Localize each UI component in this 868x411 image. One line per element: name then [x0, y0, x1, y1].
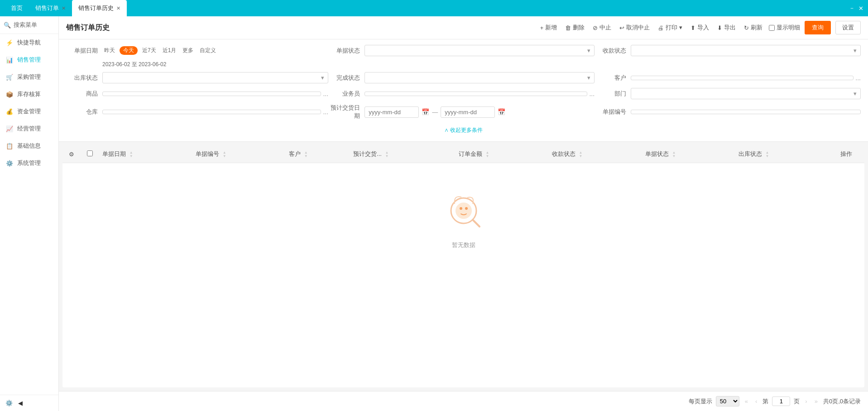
shortcut-more[interactable]: 更多 — [181, 46, 195, 55]
table-area: ⚙ 单据日期 ▲▼ 单据编号 ▲▼ 客户 ▲▼ — [62, 145, 864, 387]
sidebar-item-inventory[interactable]: 📦 库存核算 — [0, 86, 58, 103]
refresh-label: 刷新 — [751, 24, 762, 32]
sidebar-item-purchase-label: 采购管理 — [17, 73, 41, 81]
cancel-stop-label: 取消中止 — [626, 24, 650, 32]
select-all-checkbox[interactable] — [87, 150, 93, 156]
goods-control: ... — [102, 90, 328, 97]
th-date[interactable]: 单据日期 ▲▼ — [99, 145, 192, 163]
shortcut-today[interactable]: 今天 — [120, 46, 138, 55]
tab-sales-history[interactable]: 销售订单历史 ✕ — [72, 0, 127, 16]
th-settings[interactable]: ⚙ — [62, 145, 81, 163]
th-date-sort: ▲▼ — [129, 151, 133, 158]
salesman-ellipsis[interactable]: ... — [589, 90, 595, 97]
dept-filter-group: 部门 ▾ — [595, 88, 861, 99]
sidebar-item-finance[interactable]: 💰 资金管理 — [0, 103, 58, 120]
tab-sales-history-close[interactable]: ✕ — [116, 5, 120, 11]
sidebar-bottom: ⚙️ ◀ — [0, 395, 58, 411]
current-page-input[interactable] — [772, 396, 790, 406]
import-icon: ⬆ — [691, 24, 695, 31]
sidebar-search[interactable]: 🔍 搜索菜单 — [0, 16, 58, 34]
window-minimize[interactable]: － — [849, 4, 855, 12]
sidebar-item-quick-nav[interactable]: ⚡ 快捷导航 — [0, 34, 58, 51]
refresh-icon: ↻ — [744, 24, 749, 31]
sidebar-item-purchase[interactable]: 🛒 采购管理 — [0, 68, 58, 86]
last-page-btn[interactable]: » — [813, 397, 820, 406]
finance-icon: 💰 — [5, 107, 14, 116]
show-detail-checkbox[interactable] — [769, 25, 775, 31]
sidebar-collapse-icon[interactable]: ◀ — [18, 400, 23, 406]
sidebar-item-system[interactable]: ⚙️ 系统管理 — [0, 155, 58, 172]
bill-status-select[interactable]: ▾ — [364, 45, 595, 56]
shortcut-7days[interactable]: 近7天 — [140, 46, 158, 55]
export-button[interactable]: ⬇ 导出 — [715, 23, 738, 33]
cancel-stop-button[interactable]: ↩ 取消中止 — [618, 23, 652, 33]
sidebar-item-system-label: 系统管理 — [17, 159, 41, 167]
th-out-status[interactable]: 出库状态 ▲▼ — [735, 145, 828, 163]
out-stock-filter-group: 出库状态 ▾ — [66, 72, 328, 83]
sidebar-item-operation[interactable]: 📈 经营管理 — [0, 120, 58, 137]
complete-status-select[interactable]: ▾ — [364, 72, 595, 83]
complete-status-arrow: ▾ — [587, 74, 590, 81]
th-customer[interactable]: 客户 ▲▼ — [285, 145, 350, 163]
delivery-start-date[interactable] — [364, 106, 419, 118]
shortcut-yesterday[interactable]: 昨天 — [102, 46, 117, 55]
stop-button[interactable]: ⊘ 中止 — [591, 23, 613, 33]
goods-label: 商品 — [66, 90, 102, 98]
calendar-start-icon[interactable]: 📅 — [422, 108, 429, 116]
delivery-end-date[interactable] — [441, 106, 495, 118]
filter-row-4: 仓库 ... 预计交货日期 📅 — 📅 — [66, 104, 861, 120]
out-stock-label: 出库状态 — [66, 74, 102, 82]
th-amount[interactable]: 订单金额 ▲▼ — [455, 145, 548, 163]
salesman-filter-group: 业务员 ... — [328, 90, 595, 98]
page-size-select[interactable]: 10 20 50 100 — [716, 396, 739, 406]
dept-select[interactable]: ▾ — [631, 88, 861, 99]
customer-ellipsis[interactable]: ... — [855, 74, 861, 82]
basic-icon: 📋 — [5, 142, 14, 150]
th-delivery[interactable]: 预计交货... ▲▼ — [350, 145, 455, 163]
th-pay-status[interactable]: 收款状态 ▲▼ — [548, 145, 642, 163]
th-date-label: 单据日期 — [102, 150, 126, 157]
sidebar-item-quick-nav-label: 快捷导航 — [17, 39, 41, 47]
content-area: 销售订单历史 + 新增 🗑 删除 ⊘ 中止 ↩ 取消中止 — [59, 16, 868, 411]
order-no-input[interactable] — [631, 110, 861, 114]
shortcut-1month[interactable]: 近1月 — [161, 46, 178, 55]
shortcut-custom[interactable]: 自定义 — [198, 46, 218, 55]
settings-button[interactable]: 设置 — [835, 21, 861, 34]
sidebar-item-sales[interactable]: 📊 销售管理 — [0, 51, 58, 68]
calendar-end-icon[interactable]: 📅 — [498, 108, 505, 116]
tab-home[interactable]: 首页 — [5, 0, 29, 16]
tab-sales-order-close[interactable]: ✕ — [62, 5, 66, 11]
delivery-date-label: 预计交货日期 — [328, 104, 364, 120]
customer-input[interactable] — [631, 76, 854, 80]
customer-label: 客户 — [595, 74, 631, 82]
date-label: 单据日期 — [66, 47, 102, 55]
window-close[interactable]: ✕ — [858, 5, 863, 12]
import-button[interactable]: ⬆ 导入 — [689, 23, 711, 33]
collapse-bar[interactable]: ∧ 收起更多条件 — [66, 125, 861, 136]
out-stock-select[interactable]: ▾ — [102, 72, 328, 83]
date-range-text: 2023-06-02 至 2023-06-02 — [102, 61, 166, 68]
goods-input[interactable] — [102, 92, 321, 96]
warehouse-ellipsis[interactable]: ... — [323, 108, 328, 116]
pagination: 每页显示 10 20 50 100 « ‹ 第 页 › » 共0页,0条记录 — [59, 391, 868, 411]
query-button[interactable]: 查询 — [805, 21, 831, 34]
th-checkbox[interactable] — [81, 145, 99, 163]
sidebar-settings-icon[interactable]: ⚙️ — [5, 400, 13, 406]
bill-status-filter-group: 单据状态 ▾ — [328, 45, 595, 56]
first-page-btn[interactable]: « — [743, 397, 750, 406]
warehouse-input[interactable] — [102, 110, 321, 114]
sidebar-item-basic[interactable]: 📋 基础信息 — [0, 137, 58, 155]
prev-page-btn[interactable]: ‹ — [753, 397, 759, 406]
pay-status-select[interactable]: ▾ — [631, 45, 861, 56]
next-page-btn[interactable]: › — [803, 397, 809, 406]
cancel-stop-icon: ↩ — [619, 24, 624, 31]
add-button[interactable]: + 新增 — [538, 23, 559, 33]
th-no[interactable]: 单据编号 ▲▼ — [192, 145, 285, 163]
tab-sales-order[interactable]: 销售订单 ✕ — [29, 0, 72, 16]
delete-button[interactable]: 🗑 删除 — [563, 23, 586, 33]
salesman-input[interactable] — [364, 92, 587, 96]
goods-ellipsis[interactable]: ... — [323, 90, 328, 97]
print-button[interactable]: 🖨 打印 ▾ — [656, 23, 684, 33]
th-bill-status[interactable]: 单据状态 ▲▼ — [642, 145, 735, 163]
refresh-button[interactable]: ↻ 刷新 — [742, 23, 764, 33]
